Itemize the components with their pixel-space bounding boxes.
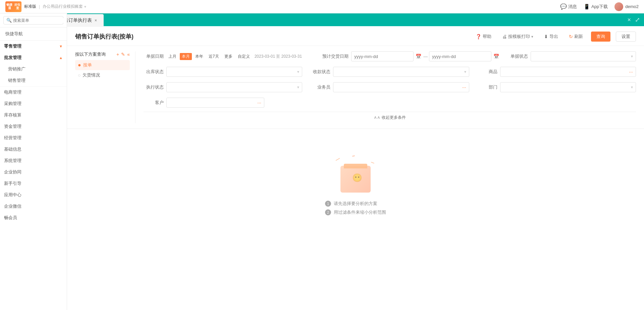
search-icon: 🔍 — [6, 18, 12, 23]
collapse-text: 收起更多条件 — [382, 115, 406, 120]
status-select[interactable]: ▾ — [531, 51, 636, 61]
execution-dropdown-icon: ▾ — [297, 85, 299, 90]
app-logo: 畅捷通 好生意 — [5, 1, 21, 12]
more-btn[interactable]: 更多 — [222, 53, 234, 60]
salesperson-dots-icon[interactable]: ··· — [462, 85, 466, 90]
collapse-scheme-icon[interactable]: « — [127, 52, 130, 57]
left-navigation: 🔍 快捷导航 零售管理 ▼ 批发管理 ▲ 营销推广 销售管理 电商管理 采购管理… — [0, 13, 67, 310]
nav-item-retail[interactable]: 零售管理 ▼ — [0, 41, 67, 52]
print-button[interactable]: 🖨 按模板打印 ▾ — [499, 32, 536, 41]
search-menu-input-box[interactable]: 🔍 — [3, 16, 63, 24]
salesperson-input[interactable]: ··· — [333, 82, 469, 92]
tab-close-icon[interactable]: × — [95, 18, 97, 23]
header-left: 畅捷通 好生意 标准版 | 办公用品行业模拟账套 ▾ — [5, 1, 86, 12]
custom-btn[interactable]: 自定义 — [236, 53, 252, 60]
scheme-item-1[interactable]: ○ 欠货情况 — [75, 70, 130, 80]
nav-sub-marketing[interactable]: 营销推广 — [0, 63, 67, 75]
phone-icon: 📱 — [584, 4, 590, 10]
chevron-up-icon: ∧∧ — [374, 115, 380, 120]
customer-dots-icon[interactable]: ··· — [257, 100, 261, 105]
filter-area: 按以下方案查询 + ✎ « ● 按单 ○ 欠货情况 — [67, 46, 644, 129]
dept-select[interactable]: ▾ — [500, 82, 636, 92]
nav-item-wholesale[interactable]: 批发管理 ▲ — [0, 52, 67, 63]
date-quick-buttons: 上月 本月 本年 近7天 更多 自定义 — [166, 53, 252, 60]
search-menu-area: 🔍 — [0, 13, 67, 28]
dept-label: 部门 — [477, 84, 497, 90]
forecast-start-input[interactable] — [351, 51, 414, 61]
nav-item-procurement[interactable]: 采购管理 — [0, 98, 67, 109]
goods-input[interactable]: ··· — [500, 67, 636, 77]
app-download-button[interactable]: 📱 App下载 — [584, 4, 608, 10]
nav-item-ecommerce[interactable]: 电商管理 — [0, 86, 67, 98]
nav-item-finance[interactable]: 资金管理 — [0, 121, 67, 132]
main-content: 销售订单执行表(按单) ❓ 帮助 🖨 按模板打印 ▾ ⬇ 导出 ↻ 刷新 — [67, 26, 644, 310]
header-right: 💬 消息 📱 App下载 demo2 — [560, 2, 639, 11]
filter-row-2: 出库状态 ▾ 收款状态 ▾ 商品 — [144, 67, 636, 77]
filter-main: 单据日期 上月 本月 本年 近7天 更多 自定义 2023-03-01 至 20… — [136, 51, 636, 123]
payment-select[interactable]: ▾ — [333, 67, 469, 77]
nav-item-inventory[interactable]: 库存核算 — [0, 109, 67, 121]
date-label: 单据日期 — [144, 53, 164, 59]
payment-label: 收款状态 — [310, 69, 330, 75]
goods-dots-icon[interactable]: ··· — [629, 69, 633, 74]
print-dropdown-icon[interactable]: ▾ — [531, 35, 533, 39]
edit-scheme-icon[interactable]: ✎ — [121, 52, 125, 57]
empty-illustration: 😶 — [335, 156, 376, 193]
nav-item-operations[interactable]: 经营管理 — [0, 132, 67, 144]
customer-label: 客户 — [144, 100, 164, 106]
search-menu-input[interactable] — [13, 18, 63, 23]
execution-select[interactable]: ▾ — [166, 82, 302, 92]
scheme-item-0[interactable]: ● 按单 — [75, 60, 130, 70]
nav-item-vip[interactable]: 畅会员 — [0, 212, 67, 223]
nav-item-basics[interactable]: 基础信息 — [0, 144, 67, 155]
forecast-date-label: 预计交货日期 — [322, 53, 348, 59]
empty-step-1: 1 请先选择要分析的方案 — [325, 201, 386, 207]
collapse-bar[interactable]: ∧∧ 收起更多条件 — [144, 112, 636, 123]
settings-button[interactable]: 设置 — [616, 32, 636, 42]
nav-item-wechat[interactable]: 企业微信 — [0, 201, 67, 212]
page-container: 销售订单执行表(按单) ❓ 帮助 🖨 按模板打印 ▾ ⬇ 导出 ↻ 刷新 — [67, 26, 644, 310]
payment-dropdown-icon: ▾ — [464, 69, 466, 74]
calendar-icon-end[interactable]: 📅 — [493, 54, 499, 59]
customer-input[interactable]: ··· — [166, 98, 264, 108]
prev-month-btn[interactable]: 上月 — [166, 53, 178, 60]
query-button[interactable]: 查询 — [591, 32, 610, 42]
window-expand-icon[interactable]: ⤢ — [635, 16, 640, 23]
delivery-select[interactable]: ▾ — [166, 67, 302, 77]
page-actions: ❓ 帮助 🖨 按模板打印 ▾ ⬇ 导出 ↻ 刷新 查询 设置 — [473, 32, 636, 42]
quick-nav-item[interactable]: 快捷导航 — [0, 28, 67, 41]
nav-item-collaboration[interactable]: 企业协同 — [0, 166, 67, 178]
forecast-date-range: 📅 — 📅 — [351, 51, 500, 61]
sparkle-line1 — [335, 158, 340, 161]
nav-sub-sales[interactable]: 销售管理 — [0, 75, 67, 86]
add-scheme-icon[interactable]: + — [116, 52, 119, 57]
help-button[interactable]: ❓ 帮助 — [473, 32, 494, 41]
filter-payment-field: 收款状态 ▾ — [310, 67, 469, 77]
export-button[interactable]: ⬇ 导出 — [541, 32, 561, 41]
calendar-icon-start[interactable]: 📅 — [416, 54, 421, 59]
box-lid — [344, 164, 367, 168]
filter-scheme-sidebar: 按以下方案查询 + ✎ « ● 按单 ○ 欠货情况 — [75, 51, 136, 123]
goods-label: 商品 — [477, 69, 497, 75]
nav-item-guide[interactable]: 新手引导 — [0, 178, 67, 189]
window-close-icon[interactable]: × — [627, 16, 631, 23]
print-icon: 🖨 — [502, 34, 507, 39]
forecast-end-input[interactable] — [429, 51, 491, 61]
breadcrumb: 办公用品行业模拟账套 ▾ — [43, 4, 86, 9]
message-button[interactable]: 💬 消息 — [560, 3, 577, 10]
filter-delivery-field: 出库状态 ▾ — [144, 67, 302, 77]
filter-forecast-date-field: 预计交货日期 📅 — 📅 — [322, 51, 500, 61]
current-month-btn[interactable]: 本月 — [180, 53, 192, 60]
nav-item-appcenter[interactable]: 应用中心 — [0, 189, 67, 201]
nav-expand-icon: ▼ — [59, 44, 63, 48]
dept-dropdown-icon: ▾ — [631, 85, 633, 90]
user-profile[interactable]: demo2 — [614, 2, 639, 11]
refresh-button[interactable]: ↻ 刷新 — [566, 32, 586, 41]
last7-btn[interactable]: 近7天 — [207, 53, 221, 60]
page-title: 销售订单执行表(按单) — [75, 33, 133, 41]
current-year-btn[interactable]: 本年 — [193, 53, 205, 60]
nav-item-system[interactable]: 系统管理 — [0, 155, 67, 166]
breadcrumb-chevron-icon[interactable]: ▾ — [84, 4, 86, 9]
filter-execution-field: 执行状态 ▾ — [144, 82, 302, 92]
step-num-2: 2 — [325, 209, 331, 215]
